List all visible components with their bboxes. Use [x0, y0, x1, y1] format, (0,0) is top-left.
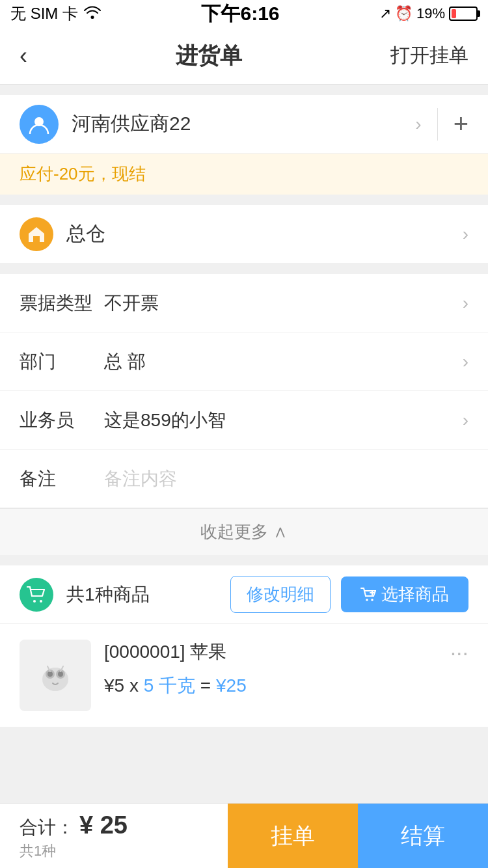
collapse-row[interactable]: 收起更多 ∧ [0, 508, 488, 555]
divider [437, 108, 438, 141]
product-code: [0000001] [104, 642, 185, 662]
total-section: 合计： ¥ 25 共1种 [0, 811, 228, 861]
status-right: ↗ ⏰ 19% [379, 5, 478, 22]
supplier-name: 河南供应商22 [72, 111, 415, 137]
product-count-label: 共1种商品 [66, 582, 230, 607]
invoice-type-row[interactable]: 票据类型 不开票 › [0, 274, 488, 332]
bottom-bar: 合计： ¥ 25 共1种 挂单 结算 [0, 803, 488, 868]
invoice-type-value: 不开票 [104, 291, 463, 316]
product-unit: 千克 [159, 675, 195, 696]
total-amount: ¥ 25 [79, 811, 128, 839]
product-price: ¥5 [104, 675, 124, 696]
edit-detail-button[interactable]: 修改明细 [230, 576, 331, 613]
info-banner: 应付-20元，现结 [0, 154, 488, 195]
product-cart-icon [20, 578, 53, 612]
svg-point-11 [47, 671, 53, 677]
info-text: 应付-20元，现结 [20, 164, 146, 183]
battery-percent: 19% [416, 5, 445, 22]
remark-row[interactable]: 备注 备注内容 [0, 450, 488, 508]
select-product-label: 选择商品 [381, 583, 449, 606]
department-chevron-icon: › [463, 351, 468, 372]
salesperson-label: 业务员 [20, 408, 104, 433]
total-label: 合计： [20, 815, 74, 840]
supplier-row[interactable]: 河南供应商22 › + [0, 95, 488, 154]
svg-point-2 [33, 600, 36, 603]
product-thumbnail [20, 640, 91, 711]
battery-icon [449, 7, 478, 21]
remark-placeholder: 备注内容 [104, 467, 468, 491]
product-header: 共1种商品 修改明细 选择商品 [0, 565, 488, 624]
carrier-text: 无 SIM 卡 [10, 3, 78, 24]
product-item: [0000001] 苹果 ¥5 x 5 千克 = ¥25 ··· [0, 624, 488, 727]
gap-1 [0, 85, 488, 95]
product-more-button[interactable]: ··· [444, 640, 468, 665]
form-section: 票据类型 不开票 › 部门 总 部 › 业务员 这是859的小智 › 备注 备注… [0, 274, 488, 508]
checkout-button[interactable]: 结算 [358, 804, 488, 868]
product-section: 共1种商品 修改明细 选择商品 [0, 565, 488, 727]
warehouse-chevron-icon: › [463, 224, 468, 245]
hang-button[interactable]: 挂单 [228, 804, 358, 868]
nav-bar: ‹ 进货单 打开挂单 [0, 27, 488, 85]
svg-rect-1 [33, 236, 40, 242]
remark-label: 备注 [20, 467, 104, 491]
svg-point-4 [366, 599, 368, 601]
product-formula: ¥5 x 5 千克 = ¥25 [104, 673, 444, 698]
product-total: ¥25 [216, 675, 247, 696]
gap-4 [0, 555, 488, 565]
collapse-label: 收起更多 ∧ [200, 521, 287, 543]
product-qty: 5 [144, 675, 154, 696]
svg-point-12 [58, 671, 63, 677]
product-name: [0000001] 苹果 [104, 640, 444, 664]
open-hang-button[interactable]: 打开挂单 [390, 42, 468, 69]
svg-point-5 [371, 599, 373, 601]
supplier-chevron-icon: › [415, 114, 421, 135]
location-icon: ↗ [379, 5, 391, 22]
invoice-type-chevron-icon: › [463, 293, 468, 314]
salesperson-value: 这是859的小智 [104, 408, 463, 433]
warehouse-name: 总仓 [66, 221, 463, 247]
gap-3 [0, 264, 488, 274]
back-button[interactable]: ‹ [20, 42, 27, 70]
salesperson-row[interactable]: 业务员 这是859的小智 › [0, 391, 488, 450]
total-row: 合计： ¥ 25 [20, 811, 208, 840]
department-value: 总 部 [104, 349, 463, 374]
gap-2 [0, 195, 488, 205]
supplier-avatar [20, 105, 59, 144]
bottom-spacer [0, 727, 488, 793]
warehouse-section: 总仓 › [0, 205, 488, 264]
status-time: 下午6:16 [201, 1, 279, 27]
wifi-icon [83, 5, 102, 23]
status-bar: 无 SIM 卡 下午6:16 ↗ ⏰ 19% [0, 0, 488, 27]
invoice-type-label: 票据类型 [20, 291, 104, 316]
supplier-section: 河南供应商22 › + 应付-20元，现结 [0, 95, 488, 195]
total-sub: 共1种 [20, 841, 208, 861]
product-info: [0000001] 苹果 ¥5 x 5 千克 = ¥25 [104, 640, 444, 698]
department-row[interactable]: 部门 总 部 › [0, 332, 488, 391]
svg-point-8 [42, 668, 68, 691]
department-label: 部门 [20, 349, 104, 374]
warehouse-row[interactable]: 总仓 › [0, 205, 488, 264]
warehouse-icon [20, 217, 53, 251]
svg-point-3 [40, 600, 42, 603]
status-left: 无 SIM 卡 [10, 3, 102, 24]
add-supplier-button[interactable]: + [454, 109, 468, 139]
page-title: 进货单 [176, 41, 242, 71]
alarm-icon: ⏰ [395, 5, 413, 22]
salesperson-chevron-icon: › [463, 410, 468, 431]
select-product-button[interactable]: 选择商品 [341, 576, 468, 612]
